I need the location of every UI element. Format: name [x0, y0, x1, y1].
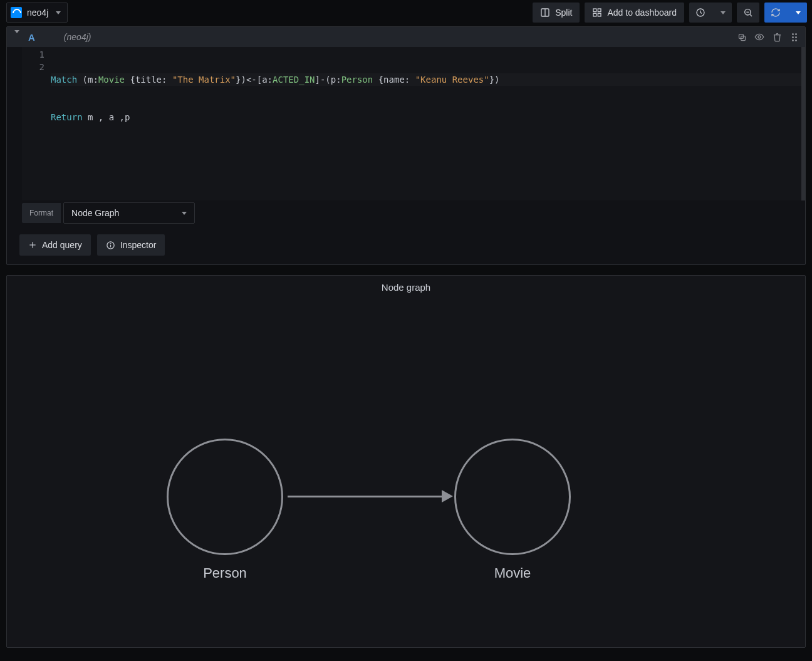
clock-icon: [695, 8, 705, 18]
eye-icon: [754, 32, 764, 42]
add-to-dashboard-button[interactable]: Add to dashboard: [585, 3, 684, 23]
line-number: 1: [28, 48, 44, 61]
svg-rect-2: [593, 9, 596, 12]
run-query-options-button[interactable]: [787, 3, 807, 23]
time-range-button[interactable]: [689, 3, 712, 23]
format-label: Format: [22, 203, 61, 223]
graph-node-label-movie: Movie: [494, 565, 531, 581]
query-datasource-hint: (neo4j): [64, 32, 91, 42]
arrow-right-icon: [442, 490, 453, 502]
neo4j-logo-icon: [11, 7, 22, 18]
run-query-group: [764, 3, 807, 23]
graph-node-label-person: Person: [203, 565, 247, 581]
graph-edge[interactable]: [288, 496, 443, 497]
query-actions: Add query Inspector: [7, 226, 805, 264]
copy-query-button[interactable]: [736, 31, 747, 43]
inspector-label: Inspector: [120, 240, 157, 250]
toolbar-left: neo4j: [6, 3, 68, 23]
grip-icon: [792, 33, 797, 41]
trash-icon: [773, 33, 782, 42]
format-row: Format Node Graph: [7, 200, 805, 226]
query-panel: A (neo4j): [6, 26, 806, 265]
line-number: 2: [28, 61, 44, 73]
toolbar-right: Split Add to dashboard: [533, 3, 807, 23]
split-label: Split: [555, 8, 572, 18]
query-header-right: [736, 31, 800, 43]
chevron-down-icon: [721, 11, 726, 14]
chevron-down-icon: [182, 212, 187, 215]
copy-icon: [737, 33, 747, 42]
cypher-editor[interactable]: 1 2 Match (m:Movie {title: "The Matrix"}…: [22, 47, 805, 200]
collapse-query-button[interactable]: [12, 33, 19, 41]
zoom-out-button[interactable]: [737, 3, 759, 23]
chevron-down-icon: [56, 11, 61, 14]
split-icon: [540, 8, 550, 18]
node-graph-canvas[interactable]: Person Movie: [7, 276, 805, 647]
toggle-visibility-button[interactable]: [754, 31, 765, 43]
svg-rect-5: [598, 13, 601, 16]
editor-gutter: 1 2: [22, 47, 51, 200]
svg-rect-4: [593, 13, 596, 16]
explore-toolbar: neo4j Split Add to dashboard: [0, 0, 812, 25]
split-button[interactable]: Split: [533, 3, 580, 23]
query-ref-id: A: [28, 32, 35, 43]
zoom-out-icon: [743, 8, 753, 18]
refresh-icon: [771, 8, 781, 18]
time-range-expand-button[interactable]: [712, 3, 732, 23]
svg-point-12: [758, 36, 761, 38]
plus-icon: [28, 241, 37, 249]
svg-rect-3: [598, 9, 601, 12]
code-line: Return m , a ,p: [51, 111, 801, 123]
svg-line-8: [750, 14, 752, 16]
graph-node-movie[interactable]: [454, 439, 571, 555]
delete-query-button[interactable]: [771, 31, 783, 43]
add-query-button[interactable]: Add query: [19, 234, 91, 256]
add-to-dashboard-label: Add to dashboard: [607, 8, 677, 18]
format-select[interactable]: Node Graph: [63, 202, 195, 224]
result-panel: Node graph Person Movie: [6, 275, 806, 648]
add-query-label: Add query: [42, 240, 82, 250]
dashboard-icon: [592, 8, 602, 18]
datasource-picker[interactable]: neo4j: [6, 3, 68, 23]
query-header-left: A (neo4j): [12, 32, 729, 43]
format-value: Node Graph: [71, 208, 119, 218]
editor-code[interactable]: Match (m:Movie {title: "The Matrix"})<-[…: [51, 47, 801, 200]
svg-point-17: [110, 243, 111, 244]
chevron-down-icon: [14, 30, 19, 41]
drag-handle[interactable]: [789, 31, 800, 43]
graph-node-person[interactable]: [167, 439, 283, 555]
inspector-button[interactable]: Inspector: [97, 234, 165, 256]
info-icon: [106, 241, 115, 250]
chevron-down-icon: [796, 11, 801, 14]
datasource-name: neo4j: [27, 8, 48, 18]
time-range-group: [689, 3, 732, 23]
run-query-button[interactable]: [764, 3, 787, 23]
query-header: A (neo4j): [7, 27, 805, 47]
code-line: Match (m:Movie {title: "The Matrix"})<-[…: [51, 73, 801, 86]
